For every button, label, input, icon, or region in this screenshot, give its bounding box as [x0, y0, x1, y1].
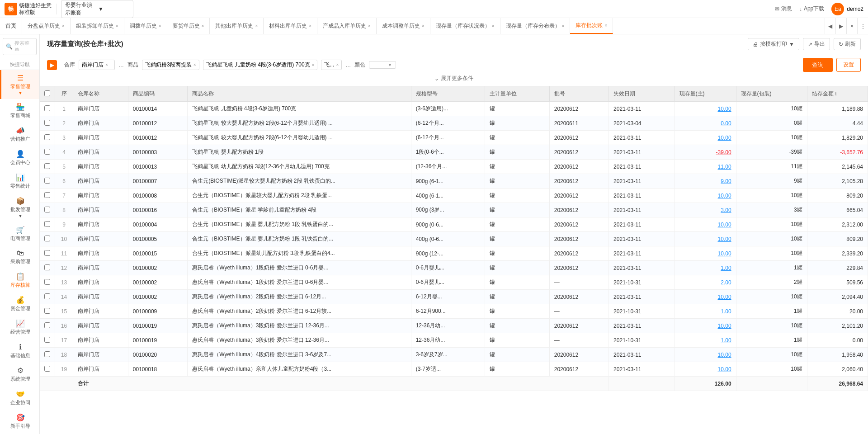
tab-xiancunliang-dist[interactable]: 现存量（库存分布表） ×	[500, 18, 571, 34]
row-checkbox[interactable]	[40, 145, 55, 160]
row-checkbox[interactable]	[40, 116, 55, 131]
row-qty-main[interactable]: 10.00	[675, 232, 736, 246]
template-print-button[interactable]: 🖨 按模板打印 ▼	[748, 38, 799, 50]
tab-kucun-pici[interactable]: 库存批次账 ×	[570, 18, 613, 34]
refresh-button[interactable]: ↻ 刷新	[834, 38, 861, 50]
row-checkbox[interactable]	[40, 246, 55, 261]
row-checkbox[interactable]	[40, 319, 55, 333]
color-filter[interactable]: ▼	[369, 61, 396, 69]
tab-qitachuku[interactable]: 其他出库单历史 ×	[210, 18, 264, 34]
tab-cailiao[interactable]: 材料出库单历史 ×	[264, 18, 317, 34]
nav-more-button[interactable]: ⋮	[857, 18, 868, 34]
sidebar-item-retail-mgmt[interactable]: ☰ 零售管理 ▼	[0, 70, 39, 99]
sidebar-item-member[interactable]: 👤 会员中心	[0, 146, 39, 170]
close-icon[interactable]: ×	[309, 24, 311, 28]
row-qty-main[interactable]: 1.00	[675, 304, 736, 319]
row-qty-main[interactable]: 10.00	[675, 246, 736, 261]
tab-xiancunliang-status[interactable]: 现存量（库存状况表） ×	[430, 18, 500, 34]
row-checkbox[interactable]	[40, 102, 55, 116]
row-checkbox[interactable]	[40, 304, 55, 319]
row-qty-main[interactable]: 9.00	[675, 174, 736, 189]
product-tag-1[interactable]: 飞鹤奶粉3段两提装 ×	[142, 60, 199, 70]
message-button[interactable]: ✉ 消息	[775, 5, 792, 13]
sidebar-item-retail-mall[interactable]: 🏪 零售商城	[0, 99, 39, 123]
tab-chengben[interactable]: 成本调整单历史 ×	[377, 18, 430, 34]
row-qty-main[interactable]: 11.00	[675, 160, 736, 174]
export-button[interactable]: ↗ 导出	[803, 38, 830, 50]
row-checkbox[interactable]	[40, 189, 55, 203]
app-download-button[interactable]: ↓ App下载	[799, 5, 824, 13]
sidebar-quick-nav[interactable]: 快捷导航	[0, 59, 39, 70]
row-checkbox[interactable]	[40, 261, 55, 275]
query-button[interactable]: 查询	[803, 58, 833, 72]
product1-close-icon[interactable]: ×	[193, 62, 196, 67]
sidebar-item-collab[interactable]: 🤝 企业协同	[0, 386, 39, 410]
sidebar-item-marketing[interactable]: 📣 营销推广	[0, 123, 39, 146]
row-qty-main[interactable]: 10.00	[675, 102, 736, 116]
row-qty-main[interactable]: 2.00	[675, 275, 736, 290]
close-icon[interactable]: ×	[604, 23, 607, 28]
nav-prev-button[interactable]: ◀	[825, 18, 835, 34]
row-checkbox[interactable]	[40, 174, 55, 189]
row-checkbox[interactable]	[40, 275, 55, 290]
amount-info-icon[interactable]: ℹ	[835, 91, 837, 96]
row-qty-main[interactable]: 1.00	[675, 261, 736, 275]
sidebar-item-basic-info[interactable]: ℹ 基础信息	[0, 339, 39, 363]
row-qty-main[interactable]: 10.00	[675, 290, 736, 304]
row-checkbox[interactable]	[40, 290, 55, 304]
product-more-close-icon[interactable]: ×	[336, 62, 339, 67]
product-tag-2[interactable]: 飞鹤星飞帆 儿童奶粉 4段(3-6岁适用) 700克 ×	[203, 60, 318, 70]
user-profile[interactable]: Ea demo2	[831, 3, 863, 15]
row-qty-main[interactable]: 3.00	[675, 203, 736, 217]
sidebar-item-finance[interactable]: 💰 资金管理	[0, 292, 39, 316]
org-selector[interactable]: 母婴行业演示账套 ▼	[61, 0, 133, 18]
sidebar-item-wholesale[interactable]: 📦 批发管理 ▼	[0, 193, 39, 222]
expand-more-button[interactable]: ⌄ 展开更多条件	[47, 75, 861, 82]
row-checkbox[interactable]	[40, 333, 55, 348]
row-checkbox[interactable]	[40, 160, 55, 174]
tab-fenpan[interactable]: 分盘点单历史 ×	[22, 18, 71, 34]
row-qty-main[interactable]: 0.00	[675, 116, 736, 131]
tab-home[interactable]: 首页	[0, 18, 22, 34]
tab-chanchengpin[interactable]: 产成品入库单历史 ×	[317, 18, 377, 34]
warehouse-filter[interactable]: 南岸门店 ×	[79, 60, 115, 70]
select-all-checkbox[interactable]	[44, 90, 50, 96]
close-icon[interactable]: ×	[492, 24, 495, 28]
nav-next-button[interactable]: ▶	[835, 18, 846, 34]
row-qty-main[interactable]: 10.00	[675, 217, 736, 232]
close-icon[interactable]: ×	[159, 24, 161, 28]
row-qty-main[interactable]: 10.00	[675, 319, 736, 333]
product-tag-more[interactable]: 飞... ×	[321, 60, 342, 70]
row-checkbox[interactable]	[40, 232, 55, 246]
warehouse-close-icon[interactable]: ×	[105, 62, 108, 67]
nav-close-button[interactable]: ×	[846, 18, 857, 34]
close-icon[interactable]: ×	[562, 24, 565, 28]
close-icon[interactable]: ×	[368, 24, 371, 28]
sidebar-item-system[interactable]: ⚙ 系统管理	[0, 363, 39, 386]
sidebar-item-inventory[interactable]: 📋 库存核算	[0, 269, 39, 292]
sidebar-item-guide[interactable]: 🎯 新手引导	[0, 410, 39, 433]
sidebar-item-operations[interactable]: 📈 经营管理	[0, 316, 39, 339]
row-qty-main[interactable]: 1.00	[675, 333, 736, 348]
row-checkbox[interactable]	[40, 203, 55, 217]
product-more[interactable]: …	[345, 62, 351, 68]
row-checkbox[interactable]	[40, 217, 55, 232]
filter-toggle-button[interactable]: ▶	[47, 60, 57, 70]
row-checkbox[interactable]	[40, 362, 55, 377]
close-icon[interactable]: ×	[62, 24, 65, 28]
close-icon[interactable]: ×	[422, 24, 425, 28]
close-icon[interactable]: ×	[202, 24, 204, 28]
row-qty-main[interactable]: -39.00	[675, 145, 736, 160]
setting-button[interactable]: 设置	[836, 58, 861, 72]
tab-yaohuo[interactable]: 要货单历史 ×	[167, 18, 210, 34]
row-qty-main[interactable]: 10.00	[675, 189, 736, 203]
row-qty-main[interactable]: 10.00	[675, 348, 736, 362]
tab-diaobodanhistory[interactable]: 调拨单历史 ×	[124, 18, 167, 34]
product2-close-icon[interactable]: ×	[312, 62, 315, 67]
sidebar-item-retail-stats[interactable]: 📊 零售统计	[0, 170, 39, 193]
row-qty-main[interactable]: 10.00	[675, 131, 736, 145]
tab-zuzhuang[interactable]: 组装拆卸单历史 ×	[71, 18, 124, 34]
close-icon[interactable]: ×	[255, 24, 258, 28]
row-checkbox[interactable]	[40, 131, 55, 145]
warehouse-more[interactable]: …	[118, 62, 124, 68]
